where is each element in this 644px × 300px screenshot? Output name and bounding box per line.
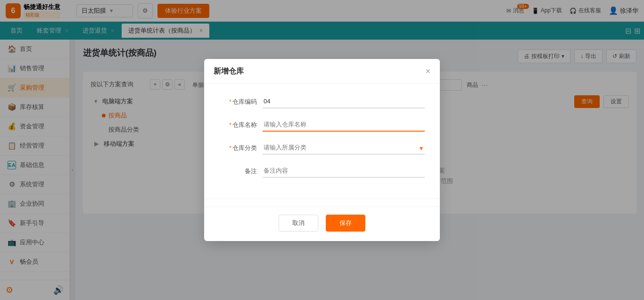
warehouse-category-label: *仓库分类	[219, 144, 257, 152]
modal-divider	[204, 199, 440, 199]
warehouse-note-label: 备注	[219, 167, 257, 175]
warehouse-code-input[interactable]	[263, 95, 425, 108]
warehouse-category-row: *仓库分类 ▾	[219, 141, 425, 155]
modal-overlay[interactable]: 新增仓库 × *仓库编码 *仓库名称 *仓库分类	[0, 0, 644, 300]
warehouse-name-label: *仓库名称	[219, 121, 257, 129]
modal-header: 新增仓库 ×	[204, 59, 440, 83]
warehouse-category-input[interactable]	[263, 141, 425, 155]
warehouse-category-select-wrap: ▾	[263, 141, 425, 155]
warehouse-note-input[interactable]	[263, 164, 425, 178]
warehouse-code-row: *仓库编码	[219, 95, 425, 108]
modal-footer: 取消 保存	[204, 207, 440, 241]
new-warehouse-modal: 新增仓库 × *仓库编码 *仓库名称 *仓库分类	[204, 59, 440, 241]
warehouse-code-label: *仓库编码	[219, 98, 257, 106]
save-button[interactable]: 保存	[326, 215, 365, 232]
modal-body: *仓库编码 *仓库名称 *仓库分类 ▾	[204, 83, 440, 199]
modal-close-button[interactable]: ×	[425, 67, 430, 76]
warehouse-note-row: 备注	[219, 164, 425, 178]
warehouse-name-row: *仓库名称	[219, 118, 425, 132]
cancel-button[interactable]: 取消	[279, 215, 318, 232]
warehouse-name-input[interactable]	[263, 118, 425, 132]
modal-title: 新增仓库	[214, 67, 244, 76]
